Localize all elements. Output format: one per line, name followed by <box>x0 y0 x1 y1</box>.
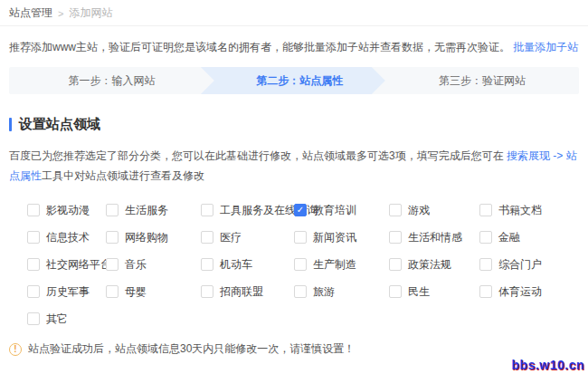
warning-icon: ! <box>9 343 22 356</box>
category-label: 游戏 <box>408 203 430 218</box>
checkbox-icon[interactable] <box>201 258 213 271</box>
category-label: 其它 <box>46 312 68 327</box>
watermark-text: bbs.w10.cn <box>512 358 584 372</box>
category-label: 民生 <box>408 284 430 300</box>
checkbox-icon[interactable] <box>201 204 213 216</box>
category-option[interactable]: 新闻资讯 <box>294 230 389 245</box>
category-option[interactable]: 工具服务及在线查询 <box>201 203 294 218</box>
checkbox-icon[interactable] <box>106 231 119 244</box>
category-label: 生活服务 <box>125 203 168 218</box>
checkbox-checked-icon[interactable]: ✓ <box>294 204 307 216</box>
checkbox-icon[interactable] <box>27 285 40 298</box>
category-label: 政策法规 <box>408 257 451 273</box>
checkbox-icon[interactable] <box>389 285 402 298</box>
checkbox-icon[interactable] <box>479 204 492 216</box>
category-option[interactable]: 母婴 <box>106 284 201 300</box>
section-desc-before: 百度已为您推荐选定了部分分类，您可以在此基础进行修改，站点领域最多可选3项，填写… <box>9 149 507 162</box>
category-label: 生活和情感 <box>408 230 462 245</box>
arrow-text: -> <box>550 149 566 162</box>
checkbox-icon[interactable] <box>106 285 119 298</box>
step-2-site-attributes: 第二步：站点属性 <box>201 67 385 94</box>
category-option[interactable]: 生活服务 <box>106 203 201 218</box>
category-option[interactable]: 医疗 <box>201 230 294 245</box>
category-option[interactable]: 信息技术 <box>27 230 106 245</box>
warning-note: ! 站点验证成功后，站点领域信息30天内只能修改一次，请谨慎设置！ <box>9 341 579 357</box>
intro-description: 推荐添加www主站，验证后可证明您是该域名的拥有者，能够批量添加子站并查看数据，… <box>9 41 510 53</box>
breadcrumb: 站点管理 > 添加网站 <box>0 0 588 26</box>
category-option[interactable]: 影视动漫 <box>27 203 106 218</box>
category-option[interactable]: 民生 <box>389 284 479 300</box>
checkbox-icon[interactable] <box>389 204 402 216</box>
checkbox-icon[interactable] <box>27 312 40 325</box>
category-option[interactable]: 体育运动 <box>479 284 581 300</box>
section-description: 百度已为您推荐选定了部分分类，您可以在此基础进行修改，站点领域最多可选3项，填写… <box>9 146 579 186</box>
intro-text: 推荐添加www主站，验证后可证明您是该域名的拥有者，能够批量添加子站并查看数据，… <box>0 26 588 54</box>
category-label: 招商联盟 <box>220 284 263 300</box>
category-option[interactable]: 招商联盟 <box>201 284 294 300</box>
category-label: 生产制造 <box>313 257 356 273</box>
category-label: 母婴 <box>125 284 147 300</box>
category-row: 社交网络平台音乐机动车生产制造政策法规综合门户 <box>27 251 588 278</box>
checkbox-icon[interactable] <box>201 231 213 244</box>
category-option[interactable]: 生产制造 <box>294 257 389 273</box>
category-label: 社交网络平台 <box>46 257 111 273</box>
checkbox-icon[interactable] <box>106 204 119 216</box>
breadcrumb-add-site: 添加网站 <box>69 5 112 21</box>
category-row: 信息技术网络购物医疗新闻资讯生活和情感金融 <box>27 224 588 251</box>
category-option[interactable]: 机动车 <box>201 257 294 273</box>
category-option[interactable]: 网络购物 <box>106 230 201 245</box>
checkbox-icon[interactable] <box>27 231 40 244</box>
category-row: 影视动漫生活服务工具服务及在线查询✓教育培训游戏书籍文档 <box>27 197 588 224</box>
step-progress-bar: 第一步：输入网站 第二步：站点属性 第三步：验证网站 <box>9 67 579 94</box>
section-header: 设置站点领域 <box>9 116 579 133</box>
category-label: 影视动漫 <box>46 203 90 218</box>
category-option[interactable]: 音乐 <box>106 257 201 273</box>
category-label: 新闻资讯 <box>313 230 356 245</box>
category-label: 音乐 <box>125 257 147 273</box>
category-option[interactable]: 游戏 <box>389 203 479 218</box>
category-label: 综合门户 <box>498 257 542 273</box>
category-grid: 影视动漫生活服务工具服务及在线查询✓教育培训游戏书籍文档信息技术网络购物医疗新闻… <box>27 197 588 332</box>
checkbox-icon[interactable] <box>389 231 402 244</box>
category-option[interactable]: 旅游 <box>294 284 389 300</box>
category-label: 历史军事 <box>46 284 90 300</box>
category-option[interactable]: 综合门户 <box>479 257 581 273</box>
checkbox-icon[interactable] <box>479 258 492 271</box>
category-label: 金融 <box>498 230 520 245</box>
section-title: 设置站点领域 <box>19 116 100 133</box>
checkbox-icon[interactable] <box>479 231 492 244</box>
category-label: 网络购物 <box>125 230 168 245</box>
category-label: 旅游 <box>313 284 335 300</box>
category-option[interactable]: 生活和情感 <box>389 230 479 245</box>
category-option[interactable]: 政策法规 <box>389 257 479 273</box>
category-option[interactable]: 社交网络平台 <box>27 257 106 273</box>
category-label: 体育运动 <box>498 284 542 300</box>
breadcrumb-site-management[interactable]: 站点管理 <box>9 5 52 21</box>
category-label: 书籍文档 <box>498 203 542 218</box>
checkbox-icon[interactable] <box>294 285 307 298</box>
category-row: 历史军事母婴招商联盟旅游民生体育运动 <box>27 278 588 305</box>
checkbox-icon[interactable] <box>106 258 119 271</box>
category-row: 其它 <box>27 305 588 332</box>
category-label: 医疗 <box>220 230 242 245</box>
checkbox-icon[interactable] <box>479 285 492 298</box>
category-option[interactable]: 书籍文档 <box>479 203 581 218</box>
step-1-enter-site: 第一步：输入网站 <box>9 67 214 94</box>
batch-add-subsite-link[interactable]: 批量添加子站 <box>513 41 578 53</box>
category-option[interactable]: 其它 <box>27 312 106 327</box>
category-option[interactable]: 历史军事 <box>27 284 106 300</box>
warning-text: 站点验证成功后，站点领域信息30天内只能修改一次，请谨慎设置！ <box>28 341 355 357</box>
checkbox-icon[interactable] <box>27 204 40 216</box>
checkbox-icon[interactable] <box>294 258 307 271</box>
checkbox-icon[interactable] <box>201 285 213 298</box>
category-option[interactable]: 金融 <box>479 230 581 245</box>
breadcrumb-separator-icon: > <box>58 8 63 19</box>
checkbox-icon[interactable] <box>389 258 402 271</box>
section-accent-bar <box>9 118 12 131</box>
checkbox-icon[interactable] <box>27 258 40 271</box>
search-display-link[interactable]: 搜索展现 <box>507 149 550 162</box>
add-site-page: 站点管理 > 添加网站 推荐添加www主站，验证后可证明您是该域名的拥有者，能够… <box>0 0 588 374</box>
checkbox-icon[interactable] <box>294 231 307 244</box>
category-label: 信息技术 <box>46 230 90 245</box>
category-option[interactable]: ✓教育培训 <box>294 203 389 218</box>
